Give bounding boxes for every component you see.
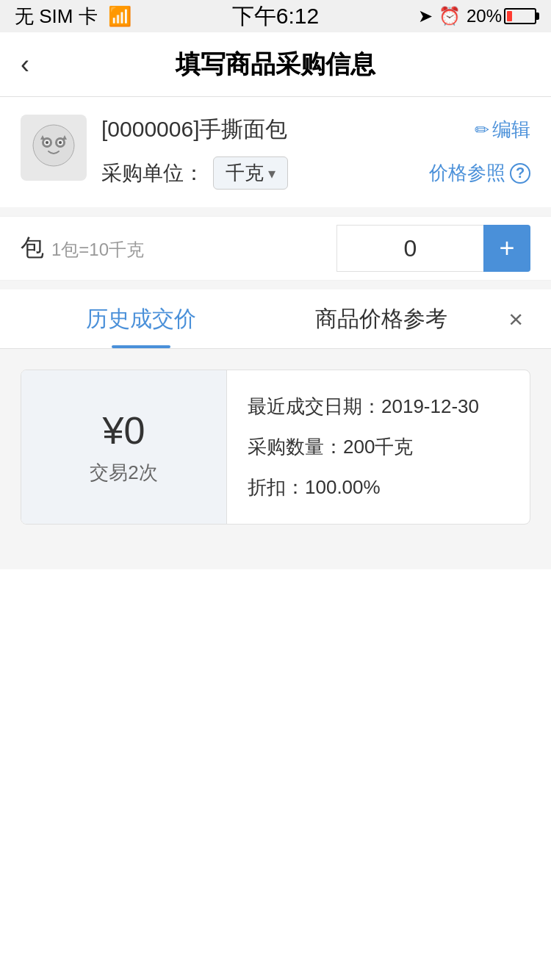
dropdown-arrow-icon: ▾ [268,165,276,182]
recent-date-row: 最近成交日期：2019-12-30 [248,392,509,421]
quantity-input[interactable] [336,225,483,272]
price-reference-button[interactable]: 价格参照 ? [429,160,530,186]
back-button[interactable]: ‹ [21,49,29,80]
discount-value: 100.00% [305,476,381,498]
quantity-sub-unit: 1包=10千克 [51,238,144,262]
history-content: ¥0 交易2次 最近成交日期：2019-12-30 采购数量：200千克 折扣：… [0,349,551,569]
tab-history-price[interactable]: 历史成交价 [21,289,261,348]
quantity-detail-label: 采购数量： [248,436,343,458]
status-left: 无 SIM 卡 📶 [15,4,132,29]
tabs-row: 历史成交价 商品价格参考 × [0,289,551,348]
product-name: [0000006]手撕面包 [101,115,287,145]
quantity-detail-value: 200千克 [343,436,413,458]
status-right: ➤ ⏰ 20% [418,6,536,26]
history-price-value: ¥0 [103,408,145,453]
recent-date-value: 2019-12-30 [381,395,479,417]
tab-close-button[interactable]: × [501,289,530,348]
tab-history-label: 历史成交价 [86,306,196,331]
product-name-row: [0000006]手撕面包 ✏ 编辑 [101,115,530,145]
quantity-section: 包 1包=10千克 + [0,216,551,281]
purchase-unit-row: 采购单位： 千克 ▾ 价格参照 ? [101,156,530,190]
product-logo [32,123,76,172]
discount-row: 折扣：100.00% [248,473,509,502]
battery-indicator: 20% [467,6,536,26]
question-icon: ? [510,163,530,184]
product-info: [0000006]手撕面包 ✏ 编辑 采购单位： 千克 ▾ 价格参照 ? [101,115,530,190]
product-section: [0000006]手撕面包 ✏ 编辑 采购单位： 千克 ▾ 价格参照 ? [0,97,551,207]
close-icon: × [508,305,523,333]
quantity-unit: 包 [21,232,44,264]
location-icon: ➤ [418,6,433,26]
quantity-label-group: 包 1包=10千克 [21,232,144,264]
tabs-section: 历史成交价 商品价格参考 × [0,289,551,349]
unit-value: 千克 [226,160,264,186]
unit-select[interactable]: 千克 ▾ [213,156,288,190]
history-trades-count: 交易2次 [90,460,157,486]
battery-fill [507,11,512,21]
edit-icon: ✏ [475,120,489,140]
discount-label: 折扣： [248,476,305,498]
history-price-panel: ¥0 交易2次 [21,370,227,524]
status-bar: 无 SIM 卡 📶 下午6:12 ➤ ⏰ 20% [0,0,551,32]
alarm-icon: ⏰ [439,6,461,26]
product-row: [0000006]手撕面包 ✏ 编辑 采购单位： 千克 ▾ 价格参照 ? [21,115,530,190]
battery-percentage: 20% [467,6,502,26]
svg-point-5 [46,141,48,144]
back-icon: ‹ [21,49,29,79]
currency-symbol: ¥ [103,409,124,452]
quantity-input-group: + [336,225,530,272]
quantity-plus-button[interactable]: + [483,225,530,272]
tab-product-price-ref[interactable]: 商品价格参考 [261,289,501,348]
status-time: 下午6:12 [232,1,319,32]
purchase-quantity-row: 采购数量：200千克 [248,433,509,461]
battery-icon [504,8,536,24]
product-thumbnail [21,115,87,181]
page-title: 填写商品采购信息 [176,48,375,82]
tab-price-label: 商品价格参考 [315,306,447,331]
bottom-area [0,569,551,980]
price-ref-label: 价格参照 [429,160,505,186]
edit-label: 编辑 [492,117,530,143]
svg-point-0 [33,125,74,166]
recent-date-label: 最近成交日期： [248,395,381,417]
history-card: ¥0 交易2次 最近成交日期：2019-12-30 采购数量：200千克 折扣：… [21,370,530,525]
svg-point-6 [59,141,62,144]
unit-label: 采购单位： [101,159,204,187]
edit-button[interactable]: ✏ 编辑 [475,117,530,143]
nav-bar: ‹ 填写商品采购信息 [0,32,551,97]
plus-icon: + [499,233,514,264]
history-details-panel: 最近成交日期：2019-12-30 采购数量：200千克 折扣：100.00% [227,370,530,524]
